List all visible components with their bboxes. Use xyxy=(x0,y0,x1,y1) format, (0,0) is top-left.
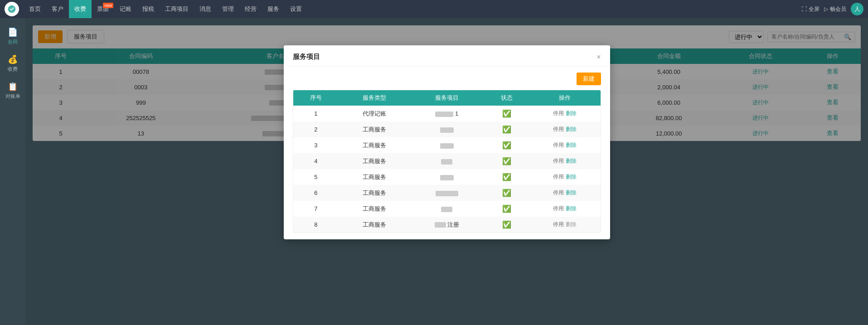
contract-icon: 📄 xyxy=(8,27,18,37)
delete-button[interactable]: 删除 xyxy=(566,110,577,117)
modal-table-row: 4 工商服务 ✅ 停用 删除 xyxy=(293,153,601,169)
modal-col-type: 服务类型 xyxy=(339,90,410,106)
modal-cell-seq: 5 xyxy=(293,169,339,185)
new-badge: new xyxy=(103,3,113,8)
modal-cell-type: 工商服务 xyxy=(339,137,410,153)
modal-cell-seq: 8 xyxy=(293,217,339,233)
modal-cell-action: 停用 删除 xyxy=(529,185,601,201)
modal-col-action: 操作 xyxy=(529,90,601,106)
modal-cell-action: 停用 删除 xyxy=(529,169,601,185)
modal-cell-action: 停用 删除 xyxy=(529,201,601,217)
nav-operation[interactable]: 经营 xyxy=(239,0,262,18)
modal-cell-seq: 6 xyxy=(293,185,339,201)
modal-cell-item xyxy=(410,185,484,201)
modal-table-row: 8 工商服务 注册 ✅ 停用 删除 xyxy=(293,217,601,233)
reconcile-icon: 📋 xyxy=(8,82,18,92)
modal-cell-action: 停用 删除 xyxy=(529,106,601,121)
modal-overlay: 服务项目 × 新建 序号 服务类型 服务项目 状态 操作 xyxy=(25,18,868,325)
modal-cell-seq: 3 xyxy=(293,137,339,153)
fee-icon: 💰 xyxy=(8,54,18,64)
nav-manage[interactable]: 管理 xyxy=(217,0,239,18)
stop-button[interactable]: 停用 xyxy=(553,205,564,213)
stop-button[interactable]: 停用 xyxy=(553,110,564,117)
nav-message[interactable]: 消息 xyxy=(194,0,217,18)
modal-cell-item: 1 xyxy=(410,106,484,121)
app-logo xyxy=(5,2,19,16)
modal-cell-type: 工商服务 xyxy=(339,217,410,233)
stop-button[interactable]: 停用 xyxy=(553,126,564,133)
modal-cell-seq: 1 xyxy=(293,106,339,121)
delete-button[interactable]: 删除 xyxy=(566,189,577,197)
delete-button[interactable]: 删除 xyxy=(566,173,577,181)
nav-right: ⛶ 全屏 ▷ 畅会员 人 xyxy=(801,3,863,15)
modal-table-row: 6 工商服务 ✅ 停用 删除 xyxy=(293,185,601,201)
modal-table-wrap: 序号 服务类型 服务项目 状态 操作 1 代理记账 1 ✅ xyxy=(293,90,601,233)
modal-cell-type: 代理记账 xyxy=(339,106,410,121)
modal-cell-action: 停用 删除 xyxy=(529,121,601,137)
modal-table-row: 5 工商服务 ✅ 停用 删除 xyxy=(293,169,601,185)
sidebar: 📄 合同 💰 收费 📋 对账单 xyxy=(0,18,25,325)
modal-cell-status: ✅ xyxy=(484,185,529,201)
delete-button[interactable]: 删除 xyxy=(566,205,577,213)
sidebar-item-fee[interactable]: 💰 收费 xyxy=(0,50,25,77)
sidebar-item-contract[interactable]: 📄 合同 xyxy=(0,23,25,50)
modal-body: 新建 序号 服务类型 服务项目 状态 操作 xyxy=(284,66,610,239)
nav-settings[interactable]: 设置 xyxy=(285,0,307,18)
modal-cell-seq: 4 xyxy=(293,153,339,169)
modal-cell-item: 注册 xyxy=(410,217,484,233)
modal-table-row: 1 代理记账 1 ✅ 停用 删除 xyxy=(293,106,601,121)
modal-cell-action: 停用 删除 xyxy=(529,153,601,169)
stop-button[interactable]: 停用 xyxy=(553,221,564,228)
delete-button[interactable]: 删除 xyxy=(566,141,577,149)
nav-service[interactable]: 服务 xyxy=(262,0,285,18)
modal-cell-type: 工商服务 xyxy=(339,121,410,137)
stop-button[interactable]: 停用 xyxy=(553,189,564,197)
modal-table-row: 3 工商服务 ✅ 停用 删除 xyxy=(293,137,601,153)
vip-btn[interactable]: ▷ 畅会员 xyxy=(824,5,846,13)
nav-invoice[interactable]: 票据 new xyxy=(92,0,114,18)
modal-cell-seq: 7 xyxy=(293,201,339,217)
stop-button[interactable]: 停用 xyxy=(553,173,564,181)
modal-cell-seq: 2 xyxy=(293,121,339,137)
modal-cell-status: ✅ xyxy=(484,137,529,153)
modal-header: 服务项目 × xyxy=(284,45,610,66)
modal-col-item: 服务项目 xyxy=(410,90,484,106)
nav-bookkeeping[interactable]: 记账 xyxy=(114,0,137,18)
modal-cell-status: ✅ xyxy=(484,217,529,233)
modal-col-status: 状态 xyxy=(484,90,529,106)
modal-cell-type: 工商服务 xyxy=(339,185,410,201)
user-avatar[interactable]: 人 xyxy=(851,3,863,15)
modal-col-seq: 序号 xyxy=(293,90,339,106)
modal-cell-action: 停用 删除 xyxy=(529,217,601,233)
top-nav: 首页 客户 收费 票据 new 记账 报税 工商项目 消息 管理 经营 服务 设… xyxy=(0,0,868,18)
delete-button[interactable]: 删除 xyxy=(566,157,577,165)
modal-cell-type: 工商服务 xyxy=(339,169,410,185)
service-items-modal: 服务项目 × 新建 序号 服务类型 服务项目 状态 操作 xyxy=(284,45,610,239)
stop-button[interactable]: 停用 xyxy=(553,141,564,149)
modal-close-button[interactable]: × xyxy=(596,53,601,61)
delete-button-disabled[interactable]: 删除 xyxy=(566,221,577,228)
modal-cell-item xyxy=(410,153,484,169)
stop-button[interactable]: 停用 xyxy=(553,157,564,165)
delete-button[interactable]: 删除 xyxy=(566,126,577,133)
modal-cell-item xyxy=(410,137,484,153)
modal-cell-status: ✅ xyxy=(484,106,529,121)
nav-items: 首页 客户 收费 票据 new 记账 报税 工商项目 消息 管理 经营 服务 设… xyxy=(24,0,801,18)
modal-cell-status: ✅ xyxy=(484,121,529,137)
fullscreen-btn[interactable]: ⛶ 全屏 xyxy=(801,5,820,13)
nav-industrial[interactable]: 工商项目 xyxy=(160,0,194,18)
modal-cell-status: ✅ xyxy=(484,201,529,217)
modal-cell-status: ✅ xyxy=(484,153,529,169)
modal-toolbar: 新建 xyxy=(293,73,601,85)
modal-cell-status: ✅ xyxy=(484,169,529,185)
modal-table-row: 2 工商服务 ✅ 停用 删除 xyxy=(293,121,601,137)
modal-cell-type: 工商服务 xyxy=(339,201,410,217)
nav-home[interactable]: 首页 xyxy=(24,0,46,18)
nav-client[interactable]: 客户 xyxy=(46,0,69,18)
nav-tax[interactable]: 报税 xyxy=(137,0,160,18)
modal-new-button[interactable]: 新建 xyxy=(577,73,601,85)
sidebar-item-reconcile[interactable]: 📋 对账单 xyxy=(0,77,25,104)
modal-cell-action: 停用 删除 xyxy=(529,137,601,153)
nav-fee[interactable]: 收费 xyxy=(69,0,92,18)
modal-cell-item xyxy=(410,201,484,217)
